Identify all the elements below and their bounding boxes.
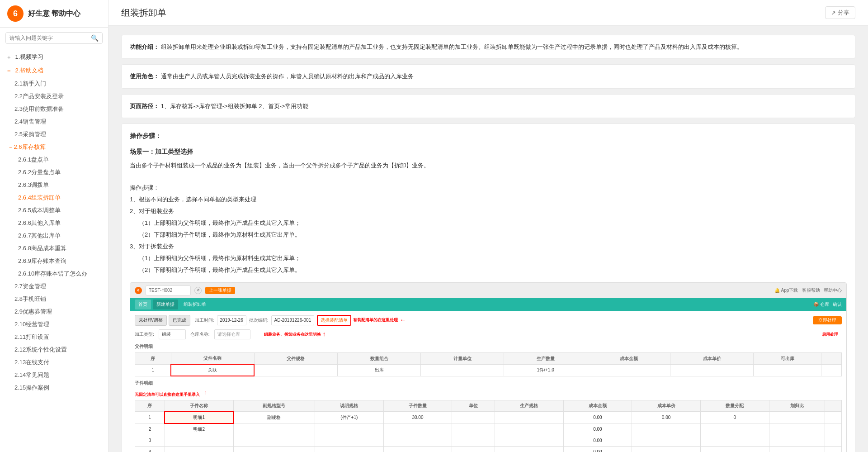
mock-label-warehouse: 仓库名称: <box>190 330 210 338</box>
sidebar-item-cost-recalc[interactable]: 2.6.8商品成本重算 <box>0 242 108 255</box>
step2-text: 2、对于组装业务 <box>130 205 847 217</box>
sidebar-item-new-user[interactable]: 2.1新手入门 <box>0 77 108 90</box>
mock-label-batch: 批次编码: <box>249 316 269 324</box>
sidebar-item-stock-error[interactable]: 2.6.10库存账本错了怎么办 <box>0 267 108 280</box>
mock-warehouse-input[interactable]: 请选择仓库 <box>214 329 250 339</box>
mock-topbar-icons: 🔔 App下载 客服帮助 帮助中心 <box>774 286 842 295</box>
mock-url-bar: TEST-H002 <box>146 285 191 295</box>
sidebar-item-cost-adjust[interactable]: 2.6.5成本调整单 <box>0 204 108 217</box>
mock-assembly-btn[interactable]: 选择装配清单 <box>317 315 351 326</box>
mock-commit-btn[interactable]: 立即处理 <box>813 316 842 324</box>
mock-date-input[interactable]: 2019-12-26 <box>217 315 246 325</box>
mock-cth-spec: 说明规格 <box>315 400 383 412</box>
mock-refresh-icon[interactable]: ↺ <box>194 287 202 294</box>
mock-label-date: 加工时间: <box>195 316 214 324</box>
path-block: 页面路径： 1、库存核算->库存管理->组装拆卸单 2、首页->常用功能 <box>121 94 855 118</box>
sidebar-item-other-in[interactable]: 2.6.6其他入库单 <box>0 217 108 229</box>
mock-cth-cost-p: 成本单价 <box>632 400 701 412</box>
arrow-icon-4: ↑ <box>204 388 207 398</box>
mock-parent-table-label: 父件明细 <box>135 343 842 351</box>
sidebar-item-operation[interactable]: 2.10经营管理 <box>0 318 108 331</box>
step3-text: 3、对于拆装业务 <box>130 241 847 252</box>
sidebar-item-partial-stocktake[interactable]: 2.6.2分量盘点单 <box>0 166 108 179</box>
mock-th-parent-spec: 父件规格 <box>254 353 337 365</box>
sidebar-item-video[interactable]: 1.视频学习 <box>0 50 108 64</box>
sidebar-item-personalize[interactable]: 2.12系统个性化设置 <box>0 343 108 356</box>
mock-label-type: 加工类型: <box>135 330 154 338</box>
sidebar-item-print[interactable]: 2.11打印设置 <box>0 331 108 343</box>
arrow-icon-2: ↑ <box>323 328 326 340</box>
scenario1-label: 场景一：加工类型选择 <box>130 146 847 157</box>
page-title: 组装拆卸单 <box>121 7 166 19</box>
sidebar-item-cases[interactable]: 2.15操作案例 <box>0 381 108 394</box>
mock-th-no: 序 <box>135 353 171 365</box>
mock-td-unit <box>421 364 504 376</box>
logo-text: 好生意 帮助中心 <box>28 9 80 19</box>
sidebar-item-install[interactable]: 2.2产品安装及登录 <box>0 90 108 103</box>
search-icon[interactable]: 🔍 <box>91 34 99 42</box>
sidebar-item-adjust[interactable]: 2.6.3调拨单 <box>0 179 108 191</box>
mock-nav-assembly[interactable]: 组装拆卸单 <box>180 300 210 309</box>
mock-tab-unprocessed[interactable]: 未处理/调整 <box>135 315 167 326</box>
annotation-2: 组装业务、拆卸业务在这里切换 <box>264 331 321 338</box>
scenario1-desc: 当由多个子件材料组装成一个成品的业务为【组装】业务，当由一个父件拆分成多个子产品… <box>130 160 847 171</box>
mock-child-row-2: 2 明细2 0.00 <box>135 423 842 435</box>
sidebar-item-sales[interactable]: 2.4销售管理 <box>0 115 108 128</box>
mock-th-prod-qty: 生产数量 <box>504 353 587 365</box>
mock-type-input[interactable]: 组装 <box>159 329 186 339</box>
mock-td-avail <box>754 364 821 376</box>
sidebar-item-finance[interactable]: 2.7资金管理 <box>0 280 108 293</box>
sidebar-item-faq[interactable]: 2.14常见问题 <box>0 369 108 381</box>
sidebar-item-stock-query[interactable]: 2.6.9库存账本查询 <box>0 255 108 267</box>
mock-tab-done[interactable]: 已完成 <box>169 315 190 326</box>
mock-td-prod-q: 1件/+1.0 <box>504 364 587 376</box>
mock-cth-cost-a: 成本金额 <box>563 400 632 412</box>
share-button[interactable]: ↗ 分享 <box>825 6 855 19</box>
mock-parent-row-1: 1 关联 出库 1件/+1.0 <box>135 364 842 376</box>
sidebar-item-online-pay[interactable]: 2.13在线支付 <box>0 356 108 369</box>
screenshot-container: 6 TEST-H002 ↺ 上一张单据 🔔 App下载 客服帮助 帮助中心 首页… <box>130 282 847 452</box>
sidebar-item-assembly[interactable]: 2.6.4组装拆卸单 <box>0 191 108 204</box>
mock-parent-table: 序 父件名称 父件规格 数量组合 计量单位 生产数量 成本金额 成本单价 可出库 <box>135 352 842 376</box>
sidebar-item-inventory-label: 2.6库存核算 <box>14 143 45 151</box>
mock-td-related[interactable]: 关联 <box>171 364 254 376</box>
step3-2-text: （2）下部明细为子件明细，最终作为产成品生成其它入库单。 <box>130 264 847 276</box>
mock-batch-input[interactable]: AD-20191226-001 <box>271 315 315 325</box>
sidebar-header: 6 好生意 帮助中心 <box>0 0 108 28</box>
mock-child-table: 序 子件名称 副规格型号 说明规格 子件数量 单位 生产规格 成本金额 成本单价 <box>135 400 842 452</box>
sidebar-item-other-out[interactable]: 2.6.7其他出库单 <box>0 229 108 242</box>
sidebar: 6 好生意 帮助中心 🔍 1.视频学习 2.帮助文档 2.1新手入门 2.2产品… <box>0 0 108 452</box>
mock-cth-qty: 子件数量 <box>383 400 452 412</box>
sidebar-item-inventory[interactable]: − 2.6库存核算 <box>0 141 108 153</box>
mock-prev-btn[interactable]: 上一张单据 <box>205 287 235 294</box>
mock-nav-home[interactable]: 首页 <box>135 300 151 309</box>
share-icon: ↗ <box>831 10 836 16</box>
mock-ctd-name-1[interactable]: 明细1 <box>165 412 233 423</box>
sidebar-item-mobile[interactable]: 2.8手机旺铺 <box>0 293 108 305</box>
mock-td-cost-p <box>670 364 754 376</box>
mock-nav-new[interactable]: 新建单据 <box>153 300 178 309</box>
search-input[interactable] <box>9 35 91 41</box>
steps-inner-label: 操作步骤： <box>130 182 847 194</box>
path-text: 1、库存核算->库存管理->组装拆卸单 2、首页->常用功能 <box>161 103 309 109</box>
sidebar-item-purchase[interactable]: 2.5采购管理 <box>0 128 108 141</box>
sidebar-item-data-prep[interactable]: 2.3使用前数据准备 <box>0 103 108 115</box>
main-area: 组装拆卸单 ↗ 分享 功能介绍： 组装拆卸单用来处理企业组装或拆卸等加工业务，支… <box>108 0 868 452</box>
logo-icon: 6 <box>7 5 24 22</box>
mock-cth-no: 序 <box>135 400 165 412</box>
mock-td-op <box>821 364 841 376</box>
annotation-3: 启用处理 <box>822 331 838 338</box>
sidebar-item-stocktake[interactable]: 2.6.1盘点单 <box>0 153 108 166</box>
nav-tree: 1.视频学习 2.帮助文档 2.1新手入门 2.2产品安装及登录 2.3使用前数… <box>0 48 108 452</box>
sidebar-item-help[interactable]: 2.帮助文档 <box>0 64 108 77</box>
function-intro-label: 功能介绍： <box>130 43 159 50</box>
steps-label: 操作步骤： <box>130 130 847 142</box>
mock-td-seq: 1 <box>135 364 171 376</box>
main-header: 组装拆卸单 ↗ 分享 <box>108 0 868 26</box>
mock-th-parent-name: 父件名称 <box>171 353 254 365</box>
search-box: 🔍 <box>5 32 103 44</box>
sidebar-item-coupon[interactable]: 2.9优惠券管理 <box>0 305 108 318</box>
mock-child-row-1: 1 明细1 副规格 (件产+1) 30.00 0.00 0.00 0 <box>135 412 842 423</box>
steps-block: 操作步骤： 场景一：加工类型选择 当由多个子件材料组装成一个成品的业务为【组装】… <box>121 124 855 452</box>
step2-1-text: （1）上部明细为父件明细，最终作为产成品生成其它入库单； <box>130 217 847 229</box>
